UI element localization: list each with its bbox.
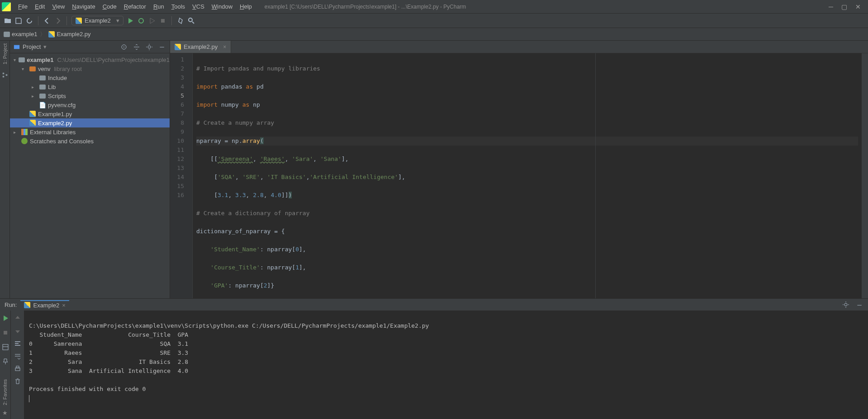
breadcrumb: example1 〉 Example2.py [0,28,868,41]
hide-icon[interactable]: ─ [158,43,166,51]
breadcrumb-file[interactable]: Example2.py [48,31,90,38]
close-run-tab-icon[interactable]: × [62,302,66,309]
svg-rect-13 [15,368,20,371]
cursor [29,395,29,402]
tree-external-libs[interactable]: ▸ External Libraries [10,127,170,137]
tree-include[interactable]: Include [10,73,170,82]
scroll-to-end-icon[interactable] [14,352,22,360]
tree-example2py[interactable]: Example2.py [10,118,170,127]
menu-refactor[interactable]: Refactor [120,1,150,12]
tree-scripts[interactable]: ▸ Scripts [10,91,170,100]
svg-rect-3 [2,73,4,75]
structure-tool-icon[interactable] [1,71,9,79]
settings-icon[interactable] [176,17,185,25]
run-icon[interactable] [126,17,134,25]
pin-icon[interactable] [1,358,9,366]
editor-tab-example2[interactable]: Example2.py × [170,41,231,53]
run-secondary-tools [11,311,24,419]
debug-icon[interactable] [137,17,145,25]
run-config-selector[interactable]: Example2 [71,16,123,25]
code-editor[interactable]: 1234 5678 9101112 13141516 # Import pand… [170,53,868,298]
star-icon[interactable]: ★ [2,410,8,416]
svg-rect-14 [16,366,19,368]
project-view-icon [14,44,20,50]
run-tab[interactable]: Example2 × [20,300,69,310]
menu-run[interactable]: Run [150,1,168,12]
run-label: Run: [5,301,17,308]
run-panel-header: Run: Example2 × ─ [0,299,868,311]
menu-vcs[interactable]: VCS [189,1,208,12]
print-icon[interactable] [14,365,22,373]
project-panel: Project ▾ ─ ▾ example1 C:\Users\DELL\Pyc… [10,41,170,298]
editor-error-stripe[interactable] [862,53,868,298]
svg-rect-5 [5,75,7,76]
favorites-tool-tab[interactable]: 2: Favorites [2,379,8,405]
refresh-icon[interactable] [25,17,33,25]
svg-rect-4 [2,76,4,78]
svg-rect-11 [4,331,7,334]
gear-icon[interactable] [145,43,153,51]
menu-help[interactable]: Help [236,1,256,12]
project-tool-tab[interactable]: 1: Project [2,43,8,64]
rerun-icon[interactable] [1,314,9,322]
locate-icon[interactable] [120,43,128,51]
menu-bar: File Edit View Navigate Code Refactor Ru… [0,0,868,14]
tree-scratches[interactable]: Scratches and Consoles [10,137,170,146]
project-panel-header: Project ▾ ─ [10,41,170,53]
menu-tools[interactable]: Tools [168,1,189,12]
coverage-icon[interactable] [148,17,156,25]
open-icon[interactable] [4,17,12,25]
run-config-name: Example2 [85,17,111,24]
trash-icon[interactable] [14,377,22,386]
code-content[interactable]: # Import pandas and numpy libraries impo… [193,53,862,298]
tree-example1py[interactable]: Example1.py [10,109,170,118]
minimize-icon[interactable]: ─ [829,3,833,10]
folder-icon [4,32,10,37]
forward-icon[interactable] [54,17,62,25]
svg-point-0 [139,19,143,23]
close-icon[interactable]: ✕ [855,3,861,10]
back-icon[interactable] [43,17,51,25]
up-icon[interactable] [14,314,22,322]
project-panel-title: Project [23,43,41,50]
chevron-down-icon[interactable]: ▾ [43,43,47,50]
python-icon [175,44,181,50]
gear-icon[interactable] [842,301,850,309]
menu-file[interactable]: File [14,1,31,12]
maximize-icon[interactable]: ▢ [841,3,847,10]
console-output[interactable]: C:\Users\DELL\PycharmProjects\example1\v… [24,311,868,419]
python-icon [48,31,55,38]
run-panel: Run: Example2 × ─ C:\Users\DELL\PycharmP… [0,298,868,419]
down-icon[interactable] [14,327,22,335]
menu-code[interactable]: Code [99,1,120,12]
breadcrumb-project[interactable]: example1 [4,31,37,38]
menu-edit[interactable]: Edit [31,1,48,12]
soft-wrap-icon[interactable] [14,339,22,348]
editor-tabs: Example2.py × [170,41,868,53]
search-icon[interactable] [187,17,195,25]
stop-icon[interactable] [1,329,9,337]
svg-rect-12 [3,344,8,350]
tree-pyvenv[interactable]: 📄 pyvenv.cfg [10,100,170,109]
line-number-gutter: 1234 5678 9101112 13141516 [170,53,193,298]
tree-root[interactable]: ▾ example1 C:\Users\DELL\PycharmProjects… [10,55,170,64]
tree-venv[interactable]: ▾ venv library root [10,64,170,73]
project-tree[interactable]: ▾ example1 C:\Users\DELL\PycharmProjects… [10,53,170,298]
hide-icon[interactable]: ─ [855,301,863,309]
save-all-icon[interactable] [14,17,23,25]
menu-navigate[interactable]: Navigate [68,1,99,12]
layout-icon[interactable] [1,343,9,351]
close-tab-icon[interactable]: × [223,44,226,50]
menu-view[interactable]: View [48,1,68,12]
collapse-all-icon[interactable] [133,43,141,51]
tree-lib[interactable]: ▸ Lib [10,82,170,91]
svg-point-10 [844,303,847,306]
svg-rect-6 [14,45,19,49]
window-title: example1 [C:\Users\DELL\PycharmProjects\… [265,4,466,10]
pycharm-logo-icon [2,2,11,11]
left-toolwindow-stripe: 1: Project [0,41,10,298]
svg-point-2 [189,18,192,22]
menu-window[interactable]: Window [208,1,236,12]
python-icon [76,18,82,24]
stop-icon[interactable] [159,17,167,25]
